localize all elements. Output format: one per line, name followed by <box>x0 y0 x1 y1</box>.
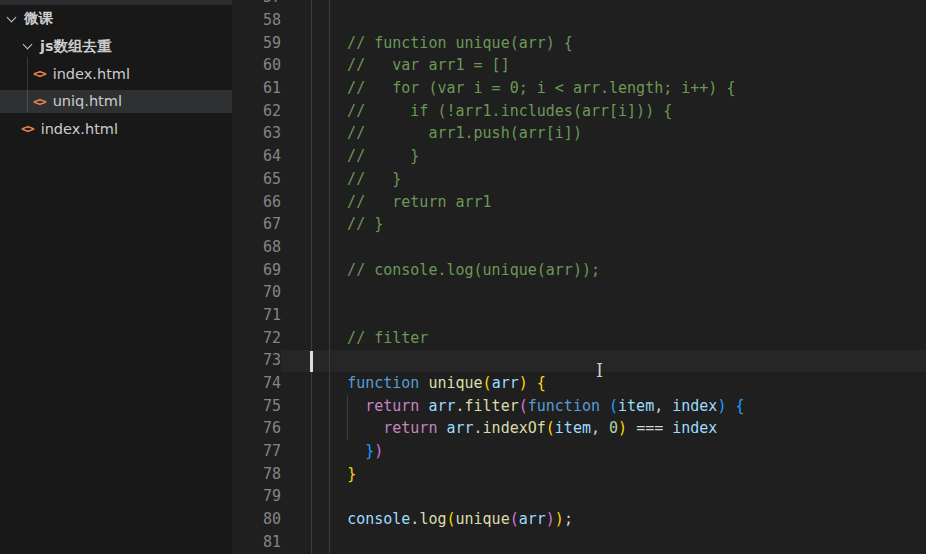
code-line-60[interactable]: // var arr1 = [] <box>311 54 926 77</box>
code-line-61[interactable]: // for (var i = 0; i < arr.length; i++) … <box>311 77 926 100</box>
code-line-58[interactable] <box>311 9 926 32</box>
code-token: // return arr1 <box>311 193 492 211</box>
code-line-66[interactable]: // return arr1 <box>311 191 926 214</box>
code-line-80[interactable]: console.log(unique(arr)); <box>311 508 926 531</box>
tree-folder-0[interactable]: 微课 <box>0 7 232 30</box>
code-token: index <box>672 419 717 437</box>
code-token <box>627 419 636 437</box>
code-token: 0 <box>609 419 618 437</box>
code-line-57[interactable] <box>311 0 926 9</box>
line-number[interactable]: 62 <box>232 100 281 123</box>
line-number[interactable]: 65 <box>232 168 281 191</box>
code-line-68[interactable] <box>311 236 926 259</box>
line-number[interactable]: 78 <box>232 463 281 486</box>
line-number[interactable]: 81 <box>232 531 281 554</box>
code-token: // } <box>311 147 419 165</box>
code-token: ( <box>483 374 492 392</box>
code-token: . <box>474 419 483 437</box>
line-number[interactable]: 66 <box>232 191 281 214</box>
tree-folder-1[interactable]: js数组去重 <box>0 35 232 58</box>
line-number[interactable]: 77 <box>232 440 281 463</box>
code-token: // arr1.push(arr[i]) <box>311 124 582 142</box>
line-number[interactable]: 71 <box>232 304 281 327</box>
code-token: // if (!arr1.includes(arr[i])) { <box>311 102 672 120</box>
code-line-73[interactable] <box>311 349 926 372</box>
tree-file-3[interactable]: <>uniq.html <box>0 90 232 113</box>
chevron-down-icon[interactable] <box>7 12 17 22</box>
code-token: ) <box>546 510 555 528</box>
line-number[interactable]: 64 <box>232 145 281 168</box>
line-number[interactable]: 61 <box>232 77 281 100</box>
code-token: arr <box>446 419 473 437</box>
code-token: ) <box>618 419 627 437</box>
line-number[interactable]: 75 <box>232 395 281 418</box>
code-editor[interactable]: 5758596061626364656667686970717273747576… <box>232 0 926 554</box>
code-line-70[interactable] <box>311 281 926 304</box>
code-line-69[interactable]: // console.log(unique(arr)); <box>311 259 926 282</box>
code-token: { <box>735 397 744 415</box>
code-line-71[interactable] <box>311 304 926 327</box>
tree-item-label: index.html <box>53 66 130 82</box>
tree-file-2[interactable]: <>index.html <box>0 62 232 85</box>
line-number[interactable]: 68 <box>232 236 281 259</box>
code-token: ( <box>510 510 519 528</box>
tree-item-label: 微课 <box>24 9 53 28</box>
chevron-down-icon[interactable] <box>23 40 33 50</box>
code-token: function <box>528 397 600 415</box>
mouse-cursor-ibeam: I <box>596 362 603 380</box>
code-token <box>311 442 365 460</box>
line-number[interactable]: 58 <box>232 9 281 32</box>
html-file-icon: <> <box>21 121 33 136</box>
code-token: ( <box>546 419 555 437</box>
code-token: ) <box>519 374 528 392</box>
code-token: filter <box>465 397 519 415</box>
code-line-78[interactable]: } <box>311 463 926 486</box>
line-number[interactable]: 74 <box>232 372 281 395</box>
code-content[interactable]: // function unique(arr) { // var arr1 = … <box>311 0 926 554</box>
code-token: // } <box>311 215 383 233</box>
code-line-67[interactable]: // } <box>311 213 926 236</box>
line-number[interactable]: 70 <box>232 281 281 304</box>
code-token: ; <box>564 510 573 528</box>
code-line-63[interactable]: // arr1.push(arr[i]) <box>311 122 926 145</box>
sidebar-top-strip <box>0 0 232 5</box>
tree-item-label: js数组去重 <box>40 37 112 56</box>
code-line-81[interactable] <box>311 531 926 554</box>
code-token: item <box>555 419 591 437</box>
line-number[interactable]: 67 <box>232 213 281 236</box>
code-line-62[interactable]: // if (!arr1.includes(arr[i])) { <box>311 100 926 123</box>
code-line-59[interactable]: // function unique(arr) { <box>311 32 926 55</box>
line-number[interactable]: 80 <box>232 508 281 531</box>
code-token: ) <box>555 510 564 528</box>
code-line-79[interactable] <box>311 485 926 508</box>
code-token: indexOf <box>483 419 546 437</box>
line-number[interactable]: 79 <box>232 485 281 508</box>
line-number[interactable]: 63 <box>232 122 281 145</box>
code-line-76[interactable]: return arr.indexOf(item, 0) === index <box>311 417 926 440</box>
html-file-icon: <> <box>33 66 45 81</box>
code-line-77[interactable]: }) <box>311 440 926 463</box>
code-line-75[interactable]: return arr.filter(function (item, index)… <box>311 395 926 418</box>
code-line-72[interactable]: // filter <box>311 327 926 350</box>
code-token: } <box>365 442 374 460</box>
line-number[interactable]: 59 <box>232 32 281 55</box>
code-line-74[interactable]: function unique(arr) { <box>311 372 926 395</box>
code-token <box>528 374 537 392</box>
line-number[interactable]: 76 <box>232 417 281 440</box>
tree-item-label: uniq.html <box>53 93 122 109</box>
code-token: ( <box>519 397 528 415</box>
line-number[interactable]: 69 <box>232 259 281 282</box>
tree-file-4[interactable]: <>index.html <box>0 117 232 140</box>
code-line-64[interactable]: // } <box>311 145 926 168</box>
code-token: } <box>347 465 356 483</box>
code-token: arr <box>519 510 546 528</box>
code-line-65[interactable]: // } <box>311 168 926 191</box>
line-number[interactable]: 73 <box>232 349 281 372</box>
code-token <box>311 397 365 415</box>
code-token <box>663 419 672 437</box>
line-number[interactable]: 57 <box>232 0 281 9</box>
line-number[interactable]: 72 <box>232 327 281 350</box>
text-cursor <box>310 351 313 372</box>
line-number[interactable]: 60 <box>232 54 281 77</box>
line-number-gutter[interactable]: 5758596061626364656667686970717273747576… <box>232 0 281 554</box>
